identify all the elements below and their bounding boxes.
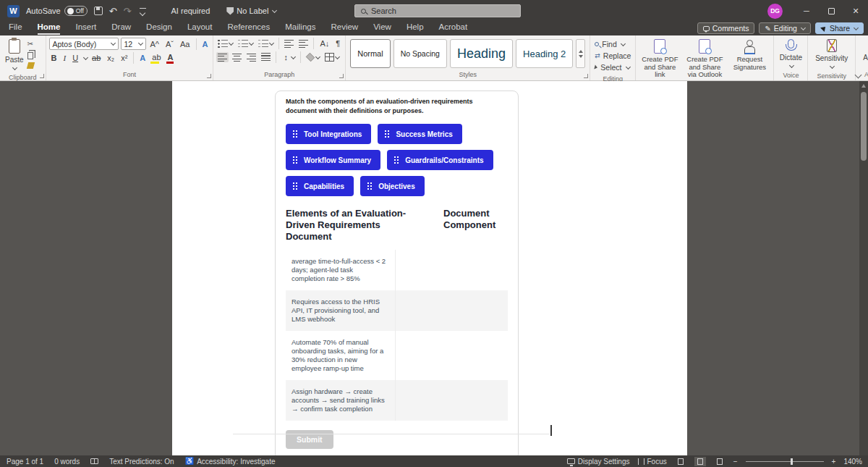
word-count[interactable]: 0 words xyxy=(54,458,80,466)
text-predictions[interactable]: Text Predictions: On xyxy=(109,458,174,466)
drag-handle-icon[interactable] xyxy=(292,130,298,138)
align-right-button[interactable] xyxy=(245,52,258,62)
font-dialog-launcher-icon[interactable] xyxy=(207,74,211,78)
copy-button[interactable] xyxy=(27,52,33,59)
print-layout-button[interactable] xyxy=(694,457,706,466)
tab-references[interactable]: References xyxy=(227,22,270,35)
vertical-scrollbar[interactable] xyxy=(859,81,868,455)
strikethrough-button[interactable]: ab xyxy=(90,53,103,63)
autosave-switch[interactable]: Off xyxy=(64,6,88,16)
submit-button[interactable]: Submit xyxy=(286,430,333,449)
grow-font-button[interactable]: A^ xyxy=(148,39,162,49)
scrollbar-thumb[interactable] xyxy=(861,92,867,161)
tab-acrobat[interactable]: Acrobat xyxy=(439,22,468,35)
paragraph-dialog-launcher-icon[interactable] xyxy=(339,74,344,78)
tab-review[interactable]: Review xyxy=(331,22,358,35)
chip-guardrails-constraints[interactable]: Guardrails/Constraints xyxy=(387,150,493,170)
sensitivity-label-button[interactable]: No Label xyxy=(226,7,276,15)
drag-handle-icon[interactable] xyxy=(384,130,390,138)
tab-design[interactable]: Design xyxy=(146,22,172,35)
clear-formatting-button[interactable]: A xyxy=(200,39,210,49)
request-signatures-button[interactable]: Request Signatures xyxy=(728,38,770,79)
styles-dialog-launcher-icon[interactable] xyxy=(584,74,588,78)
redo-button[interactable]: ↷ xyxy=(124,7,132,16)
numbering-button[interactable] xyxy=(237,38,255,49)
clipboard-dialog-launcher-icon[interactable] xyxy=(40,74,44,78)
shading-button[interactable] xyxy=(305,53,321,62)
scroll-up-arrow-icon[interactable] xyxy=(861,84,866,88)
zoom-out-button[interactable]: − xyxy=(733,458,738,466)
bold-button[interactable]: B xyxy=(49,53,59,63)
tab-home[interactable]: Home xyxy=(38,22,61,35)
select-button[interactable]: Select xyxy=(595,63,631,72)
replace-button[interactable]: ⇄Replace xyxy=(595,51,631,60)
close-button[interactable]: ✕ xyxy=(843,0,868,22)
styles-gallery-more-button[interactable] xyxy=(576,39,585,68)
font-size-select[interactable]: 12 xyxy=(121,38,146,50)
align-center-button[interactable] xyxy=(231,52,243,62)
restore-button[interactable] xyxy=(819,0,843,22)
web-layout-button[interactable] xyxy=(714,457,726,466)
chip-tool-integrations[interactable]: Tool Integrations xyxy=(286,124,371,144)
create-pdf-share-link-button[interactable]: Create PDF and Share link xyxy=(639,38,681,79)
italic-button[interactable]: I xyxy=(61,53,68,63)
create-pdf-share-outlook-button[interactable]: Create PDF and Share via Outlook xyxy=(684,38,726,79)
drop-target-cell[interactable] xyxy=(395,331,508,380)
line-spacing-button[interactable]: ↕ xyxy=(280,51,297,63)
avatar[interactable]: DG xyxy=(767,4,783,19)
justify-button[interactable] xyxy=(260,52,272,62)
font-family-select[interactable]: Aptos (Body) xyxy=(49,38,119,50)
tab-help[interactable]: Help xyxy=(407,22,424,35)
drop-target-cell[interactable] xyxy=(395,250,508,290)
proofing-book-icon[interactable] xyxy=(90,458,98,464)
superscript-button[interactable]: x² xyxy=(119,53,129,63)
change-case-button[interactable]: Aa xyxy=(178,39,192,49)
focus-button[interactable]: Focus xyxy=(638,458,667,466)
tab-draw[interactable]: Draw xyxy=(111,22,131,35)
tab-mailings[interactable]: Mailings xyxy=(285,22,315,35)
tab-view[interactable]: View xyxy=(373,22,391,35)
show-formatting-button[interactable]: ¶ xyxy=(333,38,342,49)
drop-target-cell[interactable] xyxy=(395,380,508,421)
find-button[interactable]: Find xyxy=(595,40,631,49)
sensitivity-button[interactable]: Sensitivity xyxy=(811,38,852,71)
drag-handle-icon[interactable] xyxy=(292,182,298,190)
paste-button[interactable]: Paste xyxy=(3,38,26,72)
drag-handle-icon[interactable] xyxy=(292,156,298,164)
text-effects-button[interactable]: A xyxy=(137,53,148,63)
drag-handle-icon[interactable] xyxy=(367,182,373,190)
format-painter-button[interactable] xyxy=(26,62,34,69)
customize-quick-access-icon[interactable] xyxy=(140,8,146,14)
minimize-button[interactable]: ─ xyxy=(794,0,819,22)
style-heading1[interactable]: Heading xyxy=(450,39,513,68)
style-normal[interactable]: Normal xyxy=(350,39,390,68)
share-button[interactable]: Share xyxy=(815,22,864,34)
tab-file[interactable]: File xyxy=(9,22,22,35)
zoom-in-button[interactable]: + xyxy=(832,458,836,466)
subscript-button[interactable]: x₂ xyxy=(105,53,116,63)
accessibility-status[interactable]: ♿ Accessibility: Investigate xyxy=(185,458,276,466)
shrink-font-button[interactable]: Aˇ xyxy=(163,39,176,49)
zoom-slider[interactable] xyxy=(746,461,824,462)
chip-capabilities[interactable]: Capabilities xyxy=(286,176,354,196)
comments-button[interactable]: Comments xyxy=(697,22,755,34)
dictate-button[interactable]: Dictate xyxy=(777,38,804,70)
cut-button[interactable]: ✂ xyxy=(27,40,34,48)
chevron-down-icon[interactable] xyxy=(83,54,88,59)
style-no-spacing[interactable]: No Spacing xyxy=(393,39,447,68)
display-settings-button[interactable]: Display Settings xyxy=(567,458,630,466)
chip-success-metrics[interactable]: Success Metrics xyxy=(378,124,461,144)
tab-layout[interactable]: Layout xyxy=(187,22,213,35)
tab-insert[interactable]: Insert xyxy=(75,22,96,35)
chip-objectives[interactable]: Objectives xyxy=(360,176,425,196)
zoom-level[interactable]: 140% xyxy=(843,458,862,466)
underline-button[interactable]: U xyxy=(70,53,80,63)
borders-button[interactable] xyxy=(323,52,341,62)
search-input[interactable]: Search xyxy=(354,4,521,17)
drop-target-cell[interactable] xyxy=(395,290,508,331)
save-icon[interactable] xyxy=(94,7,103,15)
undo-button[interactable]: ↶ xyxy=(109,7,117,16)
autosave-toggle[interactable]: AutoSave Off xyxy=(26,6,88,16)
multilevel-list-button[interactable] xyxy=(257,38,275,49)
addins-button[interactable]: Add-ins xyxy=(859,38,868,63)
